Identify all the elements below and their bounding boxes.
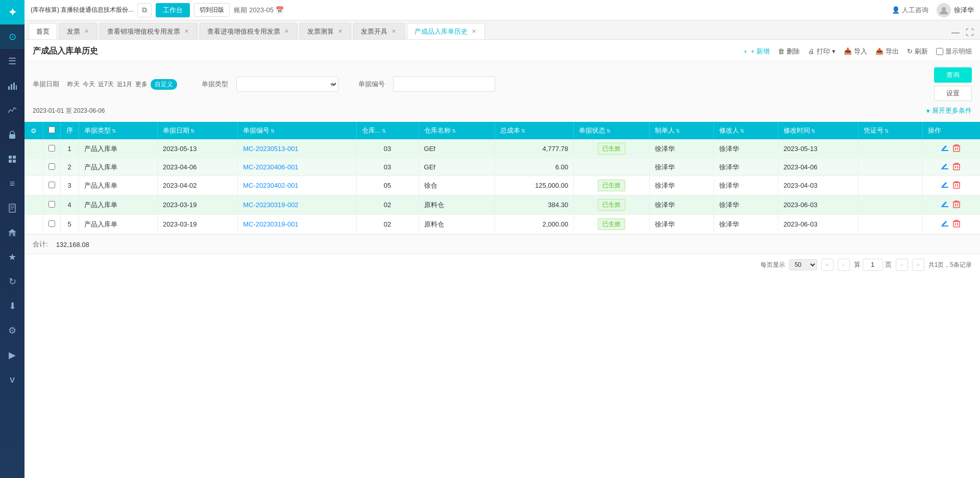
delete-button[interactable]: 🗑 删除 xyxy=(778,47,800,56)
td-row-settings[interactable] xyxy=(24,139,43,159)
row-delete-button[interactable] xyxy=(953,182,960,190)
select-all-checkbox[interactable] xyxy=(48,127,55,133)
row-edit-button[interactable] xyxy=(941,163,951,172)
settings-button[interactable]: 设置 xyxy=(934,86,972,101)
row-edit-button[interactable] xyxy=(941,182,951,190)
row-checkbox[interactable] xyxy=(48,145,55,152)
sidebar-item-finance[interactable] xyxy=(0,98,24,122)
type-select-input[interactable]: 产品入库单 xyxy=(236,77,338,92)
td-row-number[interactable]: MC-20230319-002 xyxy=(238,195,356,215)
print-button[interactable]: 🖨 打印 ▾ xyxy=(808,47,836,56)
sidebar-item-download[interactable]: ⬇ xyxy=(0,294,24,318)
tab-invoice-issue-close[interactable]: ✕ xyxy=(390,28,397,35)
td-row-check[interactable] xyxy=(43,139,60,159)
th-settings[interactable]: ⚙ xyxy=(24,122,43,139)
sidebar-item-v[interactable]: V xyxy=(0,367,24,392)
td-row-settings[interactable] xyxy=(24,195,43,215)
row-number-link[interactable]: MC-20230319-001 xyxy=(243,220,298,228)
per-page-select[interactable]: 50 100 200 xyxy=(789,259,817,270)
row-checkbox[interactable] xyxy=(48,220,55,227)
th-total-cost[interactable]: 总成本⇅ xyxy=(495,122,574,139)
shortcut-custom[interactable]: 自定义 xyxy=(151,79,177,90)
row-delete-button[interactable] xyxy=(953,220,960,229)
tab-invoice-issue[interactable]: 发票开具 ✕ xyxy=(353,23,405,39)
shortcut-yesterday[interactable]: 昨天 xyxy=(67,80,80,89)
number-filter-input[interactable] xyxy=(398,81,491,88)
sidebar-item-grid[interactable] xyxy=(0,147,24,171)
row-delete-button[interactable] xyxy=(953,201,960,210)
td-row-settings[interactable] xyxy=(24,159,43,176)
first-page-button[interactable]: « xyxy=(821,259,834,271)
worktable-button[interactable]: 工作台 xyxy=(156,3,190,17)
tab-maximize-icon[interactable]: ⛶ xyxy=(964,26,976,39)
row-number-link[interactable]: MC-20230513-001 xyxy=(243,145,298,153)
calendar-icon[interactable]: 📅 xyxy=(276,6,284,14)
row-edit-button[interactable] xyxy=(941,201,951,210)
copy-icon[interactable]: ⧉ xyxy=(137,3,152,17)
tab-product-inbound[interactable]: 产成品入库单历史 ✕ xyxy=(407,23,485,39)
td-row-number[interactable]: MC-20230513-001 xyxy=(238,139,356,159)
last-page-button[interactable]: » xyxy=(912,259,924,271)
th-warehouse-name[interactable]: 仓库名称⇅ xyxy=(419,122,495,139)
tab-invoice-close[interactable]: ✕ xyxy=(83,28,90,35)
td-row-number[interactable]: MC-20230406-001 xyxy=(238,159,356,176)
row-edit-button[interactable] xyxy=(941,145,951,154)
tab-invoice-calc-close[interactable]: ✕ xyxy=(337,28,344,35)
row-checkbox[interactable] xyxy=(48,182,55,188)
tab-output-vat[interactable]: 查看销项增值税专用发票 ✕ xyxy=(100,23,198,39)
sidebar-item-warehouse[interactable] xyxy=(0,220,24,245)
show-detail-toggle[interactable]: 显示明细 xyxy=(936,47,972,56)
th-modify-time[interactable]: 修改时间⇅ xyxy=(778,122,858,139)
td-row-check[interactable] xyxy=(43,215,60,234)
tab-home[interactable]: 首页 xyxy=(29,23,57,39)
td-row-check[interactable] xyxy=(43,195,60,215)
next-page-button[interactable]: › xyxy=(896,259,908,271)
row-checkbox[interactable] xyxy=(48,201,55,208)
th-date[interactable]: 单据日期⇅ xyxy=(158,122,238,139)
sidebar-item-loop[interactable]: ↻ xyxy=(0,269,24,294)
th-voucher[interactable]: 凭证号⇅ xyxy=(859,122,923,139)
show-detail-checkbox[interactable] xyxy=(936,48,943,55)
sidebar-item-list[interactable]: ≡ xyxy=(0,171,24,196)
th-number[interactable]: 单据编号⇅ xyxy=(238,122,356,139)
sidebar-item-play[interactable]: ▶ xyxy=(0,343,24,367)
expand-button[interactable]: ▾ 展开更多条件 xyxy=(926,106,972,115)
row-checkbox[interactable] xyxy=(48,163,55,170)
number-filter-wrap[interactable] xyxy=(393,77,495,92)
shortcut-7days[interactable]: 近7天 xyxy=(98,80,114,89)
shortcut-more[interactable]: 更多 xyxy=(135,80,148,89)
sidebar-item-receipt[interactable] xyxy=(0,196,24,220)
tab-invoice-calc[interactable]: 发票测算 ✕ xyxy=(300,23,351,39)
sidebar-item-chart[interactable] xyxy=(0,73,24,98)
td-row-settings[interactable] xyxy=(24,215,43,234)
page-number-input[interactable] xyxy=(863,259,883,271)
shortcut-today[interactable]: 今天 xyxy=(83,80,95,89)
sidebar-item-star[interactable]: ★ xyxy=(0,245,24,269)
th-creator[interactable]: 制单人⇅ xyxy=(650,122,714,139)
help-button[interactable]: 👤 人工咨询 xyxy=(892,6,928,15)
sidebar-item-home[interactable]: ⊙ xyxy=(0,24,24,49)
td-row-settings[interactable] xyxy=(24,176,43,195)
tab-input-vat[interactable]: 查看进项增值税专用发票 ✕ xyxy=(200,23,298,39)
th-status[interactable]: 单据状态⇅ xyxy=(574,122,650,139)
switch-button[interactable]: 切到旧版 xyxy=(194,3,230,17)
refresh-button[interactable]: ↻ 刷新 xyxy=(907,47,928,56)
type-filter-select[interactable]: 产品入库单 ▾ xyxy=(236,77,334,92)
th-modifier[interactable]: 修改人⇅ xyxy=(714,122,778,139)
new-button[interactable]: ＋ + 新增 xyxy=(742,47,770,56)
row-delete-button[interactable] xyxy=(953,145,960,154)
sidebar-item-lock[interactable] xyxy=(0,122,24,147)
sidebar-item-doc[interactable]: ☰ xyxy=(0,49,24,73)
tab-product-inbound-close[interactable]: ✕ xyxy=(471,28,477,35)
th-check[interactable] xyxy=(43,122,60,139)
row-number-link[interactable]: MC-20230319-002 xyxy=(243,201,298,209)
td-row-check[interactable] xyxy=(43,159,60,176)
export-button[interactable]: 📤 导出 xyxy=(875,47,899,56)
import-button[interactable]: 📥 导入 xyxy=(844,47,867,56)
query-button[interactable]: 查询 xyxy=(934,67,972,83)
row-delete-button[interactable] xyxy=(953,163,960,172)
tab-output-vat-close[interactable]: ✕ xyxy=(183,28,190,35)
row-number-link[interactable]: MC-20230402-001 xyxy=(243,182,298,189)
th-warehouse-code[interactable]: 仓库...⇅ xyxy=(356,122,419,139)
company-name[interactable]: (库存核算) 直播轻捷通信息技术股份... xyxy=(31,6,133,14)
